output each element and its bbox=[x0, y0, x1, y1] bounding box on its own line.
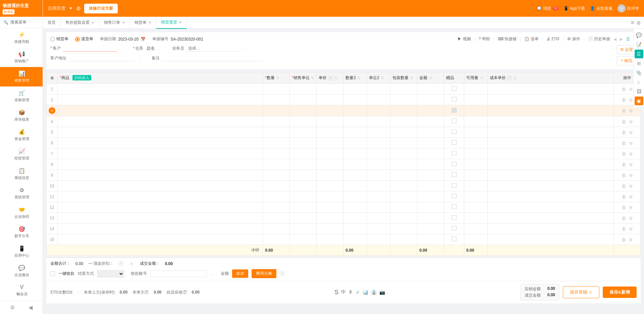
row-available[interactable] bbox=[464, 84, 488, 95]
tab-sales-return[interactable]: 销货退货 ✕ bbox=[156, 17, 187, 29]
row-quantity[interactable] bbox=[263, 95, 290, 105]
account-dots[interactable]: … bbox=[210, 271, 214, 276]
gift-checkbox[interactable] bbox=[452, 215, 457, 220]
sort-quantity[interactable]: ⇅ bbox=[276, 76, 279, 80]
address-picker[interactable]: … bbox=[138, 56, 142, 61]
copy-row-btn[interactable]: ⊕ bbox=[629, 130, 633, 135]
gift-checkbox[interactable] bbox=[452, 129, 457, 134]
sort-pack-qty[interactable]: ⇅ bbox=[411, 76, 413, 80]
copy-row-btn[interactable]: ⊕ bbox=[629, 86, 633, 92]
delete-row-btn[interactable]: 🗑 bbox=[622, 151, 626, 156]
copy-row-btn[interactable]: ⊕ bbox=[629, 108, 633, 113]
delete-row-btn[interactable]: 🗑 bbox=[622, 226, 626, 232]
toolbar-print[interactable]: 🖨 打印 bbox=[546, 36, 559, 42]
gift-checkbox[interactable] bbox=[452, 237, 457, 241]
row-amount[interactable] bbox=[417, 84, 444, 95]
add-row-button[interactable]: + bbox=[49, 107, 55, 114]
row-amount[interactable] bbox=[417, 105, 444, 116]
right-tool-grid[interactable]: ⊞ bbox=[635, 59, 643, 68]
toolbar-nav-next[interactable]: ▶ bbox=[620, 37, 623, 42]
row-cost-unit[interactable] bbox=[488, 105, 614, 116]
discount-info[interactable]: ? bbox=[119, 261, 123, 266]
gift-checkbox[interactable] bbox=[452, 97, 457, 102]
sidebar-item-inventory[interactable]: 📦 库存核算 bbox=[0, 106, 43, 125]
toolbar-nav-prev[interactable]: ◀ bbox=[613, 37, 616, 42]
row-unit-price[interactable] bbox=[317, 105, 343, 116]
copy-row-btn[interactable]: ⊕ bbox=[629, 162, 633, 167]
toolbar-select[interactable]: 📋 选单 bbox=[524, 36, 538, 42]
row-quantity2[interactable] bbox=[343, 105, 367, 116]
product-input[interactable] bbox=[60, 108, 261, 113]
settings-bottom-icon[interactable]: ⚙ bbox=[10, 304, 15, 311]
sort-quantity2[interactable]: ⇅ bbox=[358, 76, 360, 80]
row-pack-qty[interactable] bbox=[390, 84, 417, 95]
salesperson-input[interactable] bbox=[186, 45, 240, 52]
row-cost-unit[interactable] bbox=[488, 84, 614, 95]
row-amount[interactable] bbox=[417, 95, 444, 105]
customer-input[interactable] bbox=[63, 45, 117, 52]
settings-header-icon[interactable]: ⚙ bbox=[76, 5, 81, 12]
row-available[interactable] bbox=[464, 95, 488, 105]
row-unit2[interactable] bbox=[367, 84, 390, 95]
sidebar-item-appcenter[interactable]: 📱 应用中心 bbox=[0, 242, 43, 261]
delete-row-btn[interactable]: 🗑 bbox=[622, 86, 626, 92]
gift-checkbox[interactable] bbox=[452, 108, 457, 113]
user-avatar[interactable]: 徐 徐泽华 bbox=[618, 4, 639, 12]
online-service-button[interactable]: 👤 在线客服 bbox=[590, 6, 612, 11]
sidebar-search[interactable]: 🔍 搜索菜单 bbox=[0, 17, 43, 28]
one-click-checkbox[interactable] bbox=[50, 271, 55, 276]
address-input[interactable] bbox=[68, 55, 136, 61]
toolbar-history[interactable]: 📄 历史单据 bbox=[588, 36, 610, 42]
gift-checkbox[interactable] bbox=[452, 204, 457, 209]
radio-return[interactable]: 退货单 bbox=[75, 36, 93, 42]
salesperson-picker[interactable]: … bbox=[243, 46, 247, 51]
copy-row-btn[interactable]: ⊕ bbox=[629, 215, 633, 221]
toolbar-shortcut[interactable]: ⌨ 快捷键 bbox=[498, 36, 517, 42]
sort-cost-unit[interactable]: ⇅ bbox=[514, 76, 516, 80]
copy-row-btn[interactable]: ⊕ bbox=[629, 151, 633, 156]
tab-price-setting-close[interactable]: ✕ bbox=[92, 21, 94, 24]
warehouse-picker[interactable]: … bbox=[158, 46, 162, 51]
messages-button[interactable]: 💬 消息 70 bbox=[537, 6, 558, 11]
sort-available[interactable]: ⇅ bbox=[480, 76, 483, 80]
row-product[interactable] bbox=[58, 105, 263, 116]
row-unit2[interactable] bbox=[367, 95, 390, 105]
tab-sales-delivery[interactable]: 销货单 ✕ bbox=[130, 17, 156, 29]
row-unit2[interactable] bbox=[367, 105, 390, 116]
row-gift[interactable] bbox=[444, 84, 464, 95]
right-tool-orange[interactable]: ▣ bbox=[635, 97, 643, 105]
app-download-button[interactable]: 📱 App下载 bbox=[564, 6, 585, 11]
row-quantity2[interactable] bbox=[343, 95, 367, 105]
sidebar-item-operation[interactable]: 📈 经营管理 bbox=[0, 145, 43, 164]
gift-checkbox[interactable] bbox=[452, 140, 457, 145]
gift-checkbox[interactable] bbox=[452, 119, 457, 123]
customer-picker[interactable]: … bbox=[119, 46, 123, 51]
sidebar-item-shortcut[interactable]: ⚡ 快捷导航 bbox=[0, 28, 43, 48]
sort-unit2[interactable]: ⇅ bbox=[381, 76, 384, 80]
gift-checkbox[interactable] bbox=[452, 226, 457, 231]
fee-split-button[interactable]: 费用分摊 bbox=[252, 269, 276, 278]
row-pack-qty[interactable] bbox=[390, 95, 417, 105]
tab-sales-order[interactable]: 销售订单 ✕ bbox=[99, 17, 130, 29]
copy-row-btn[interactable]: ⊕ bbox=[629, 97, 633, 103]
copy-row-btn[interactable]: ⊕ bbox=[629, 194, 633, 199]
tab-home[interactable]: 首页 bbox=[43, 17, 61, 29]
gift-checkbox[interactable] bbox=[452, 162, 457, 166]
delete-row-btn[interactable]: 🗑 bbox=[622, 173, 626, 178]
delete-row-btn[interactable]: 🗑 bbox=[622, 205, 626, 210]
tab-close-all[interactable]: ✕ bbox=[630, 19, 635, 26]
row-quantity[interactable] bbox=[263, 105, 290, 116]
delete-row-btn[interactable]: 🗑 bbox=[622, 162, 626, 167]
right-tool-attach[interactable]: 📎 bbox=[635, 68, 643, 77]
gift-checkbox[interactable] bbox=[452, 151, 457, 155]
account-input[interactable] bbox=[150, 270, 207, 277]
copy-row-btn[interactable]: ⊕ bbox=[629, 173, 633, 178]
delete-row-btn[interactable]: 🗑 bbox=[622, 215, 626, 221]
copy-row-btn[interactable]: ⊕ bbox=[629, 119, 633, 124]
tab-menu[interactable]: ⊞ bbox=[637, 20, 641, 25]
row-quantity2[interactable] bbox=[343, 84, 367, 95]
delete-row-btn[interactable]: 🗑 bbox=[622, 119, 626, 124]
row-cost-unit[interactable] bbox=[488, 95, 614, 105]
copy-row-btn[interactable]: ⊕ bbox=[629, 226, 633, 232]
row-unit-price[interactable] bbox=[317, 84, 343, 95]
